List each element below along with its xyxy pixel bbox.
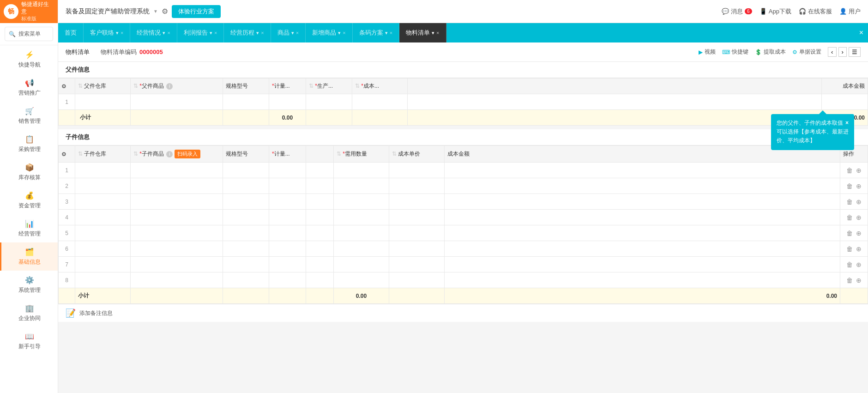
child-row-7-spec[interactable] [223, 257, 269, 272]
prev-button[interactable]: ‹ [828, 47, 836, 57]
parent-row-1-spec[interactable] [223, 94, 269, 110]
app-download-button[interactable]: 📱 App下载 [760, 7, 791, 16]
child-row-5-need-qty[interactable] [334, 225, 389, 241]
tab-goods[interactable]: 商品 ▾ × [271, 23, 306, 42]
parent-col-settings[interactable]: ⚙ [59, 79, 75, 94]
get-cost-button[interactable]: 💲 提取成本 [755, 48, 786, 56]
tab-bom[interactable]: 物料清单 ▾ × [399, 23, 446, 42]
child-row-7-warehouse[interactable] [75, 257, 131, 272]
tab-add-goods[interactable]: 新增商品 ▾ × [306, 23, 352, 42]
child-row-8-goods[interactable] [131, 272, 223, 288]
sidebar-item-enterprise[interactable]: 🏢 企业协同 [0, 299, 58, 327]
child-row-2-cost-unit[interactable] [389, 178, 445, 194]
child-row-1-cost-unit[interactable] [389, 163, 445, 178]
child-row-5-warehouse[interactable] [75, 225, 131, 241]
tooltip-close-button[interactable]: × [845, 119, 849, 127]
sidebar-item-operation[interactable]: 📊 经营管理 [0, 214, 58, 242]
child-row-6-cost-unit[interactable] [389, 241, 445, 257]
child-row-2-unit[interactable] [269, 178, 306, 194]
child-row-5-unit[interactable] [269, 225, 306, 241]
parent-row-1-unit[interactable] [269, 94, 306, 110]
grid-view-button[interactable]: ☰ [849, 47, 861, 57]
child-row-4-cost-unit[interactable] [389, 210, 445, 225]
bottom-note-area[interactable]: 📝 添加备注信息 [58, 304, 868, 322]
parent-row-1-production[interactable] [306, 94, 352, 110]
child-row-2-goods[interactable] [131, 178, 223, 194]
sidebar-item-sales[interactable]: 🛒 销售管理 [0, 102, 58, 130]
trial-button[interactable]: 体验行业方案 [172, 5, 221, 18]
child-row-1-unit[interactable] [269, 163, 306, 178]
video-button[interactable]: ▶ 视频 [699, 48, 716, 56]
tab-operation-close[interactable]: × [167, 30, 170, 36]
sidebar-item-quick-nav[interactable]: ⚡ 快捷导航 [0, 45, 58, 73]
child-row-4-warehouse[interactable] [75, 210, 131, 225]
child-row-3-warehouse[interactable] [75, 194, 131, 210]
child-row-3-need-qty[interactable] [334, 194, 389, 210]
sidebar-item-purchase[interactable]: 📋 采购管理 [0, 130, 58, 158]
child-row-4-need-qty[interactable] [334, 210, 389, 225]
message-button[interactable]: 💬 消息 6 [722, 7, 752, 16]
child-row-5-delete-button[interactable]: 🗑 [845, 229, 854, 238]
child-col-settings[interactable]: ⚙ [59, 146, 75, 163]
child-row-4-spec[interactable] [223, 210, 269, 225]
tab-profit-close[interactable]: × [214, 30, 217, 36]
child-row-1-spec[interactable] [223, 163, 269, 178]
child-row-8-delete-button[interactable]: 🗑 [845, 276, 854, 285]
child-row-2-spec[interactable] [223, 178, 269, 194]
child-row-1-goods[interactable] [131, 163, 223, 178]
sidebar-item-system[interactable]: ⚙️ 系统管理 [0, 271, 58, 299]
child-row-3-delete-button[interactable]: 🗑 [845, 197, 854, 206]
system-title-dropdown[interactable]: ▼ [153, 9, 158, 14]
close-all-tabs-button[interactable]: × [855, 29, 868, 37]
scan-input-button[interactable]: 扫码录入 [175, 150, 200, 158]
tab-history-close[interactable]: × [261, 30, 264, 36]
child-row-8-need-qty[interactable] [334, 272, 389, 288]
sidebar-item-stock[interactable]: 📦 库存核算 [0, 158, 58, 186]
child-row-6-spec[interactable] [223, 241, 269, 257]
tab-customer-close[interactable]: × [121, 30, 123, 36]
child-row-2-copy-button[interactable]: ⊕ [855, 181, 862, 191]
parent-row-1-cost[interactable] [352, 94, 408, 110]
child-row-1-delete-button[interactable]: 🗑 [845, 166, 854, 175]
child-row-2-need-qty[interactable] [334, 178, 389, 194]
tab-history[interactable]: 经营历程 ▾ × [224, 23, 271, 42]
child-row-3-cost-unit[interactable] [389, 194, 445, 210]
settings-button[interactable]: ⚙ [162, 7, 168, 16]
child-row-6-warehouse[interactable] [75, 241, 131, 257]
child-row-7-delete-button[interactable]: 🗑 [845, 260, 854, 269]
child-row-7-unit[interactable] [269, 257, 306, 272]
sidebar-item-finance[interactable]: 💰 资金管理 [0, 186, 58, 214]
sidebar-item-guide[interactable]: 📖 新手引导 [0, 327, 58, 355]
next-button[interactable]: › [838, 47, 847, 57]
search-menu-button[interactable]: 🔍 搜索菜单 [5, 27, 53, 41]
child-row-8-unit[interactable] [269, 272, 306, 288]
child-row-5-cost-unit[interactable] [389, 225, 445, 241]
child-row-7-need-qty[interactable] [334, 257, 389, 272]
hotkey-button[interactable]: ⌨ 快捷键 [722, 48, 748, 56]
child-row-8-cost-unit[interactable] [389, 272, 445, 288]
tab-add-goods-close[interactable]: × [343, 30, 345, 36]
child-row-4-goods[interactable] [131, 210, 223, 225]
child-row-2-warehouse[interactable] [75, 178, 131, 194]
child-row-1-warehouse[interactable] [75, 163, 131, 178]
child-row-6-unit[interactable] [269, 241, 306, 257]
child-row-3-goods[interactable] [131, 194, 223, 210]
child-row-6-delete-button[interactable]: 🗑 [845, 244, 854, 254]
tab-customer[interactable]: 客户联络 ▾ × [84, 23, 130, 42]
tab-goods-close[interactable]: × [296, 30, 299, 36]
child-row-4-delete-button[interactable]: 🗑 [845, 213, 854, 222]
child-row-6-goods[interactable] [131, 241, 223, 257]
child-row-1-need-qty[interactable] [334, 163, 389, 178]
child-goods-info-icon[interactable]: i [166, 151, 173, 157]
child-row-1-copy-button[interactable]: ⊕ [855, 166, 862, 175]
child-row-8-warehouse[interactable] [75, 272, 131, 288]
sidebar-item-marketing[interactable]: 📢 营销推广 [0, 73, 58, 102]
child-row-3-spec[interactable] [223, 194, 269, 210]
online-service-button[interactable]: 🎧 在线客服 [799, 7, 832, 16]
child-row-8-copy-button[interactable]: ⊕ [855, 276, 862, 285]
tab-barcode[interactable]: 条码方案 ▾ × [353, 23, 399, 42]
child-row-5-copy-button[interactable]: ⊕ [855, 229, 862, 238]
user-menu-button[interactable]: 👤 用户 [839, 7, 861, 16]
parent-goods-info-icon[interactable]: i [166, 83, 173, 90]
child-row-7-cost-unit[interactable] [389, 257, 445, 272]
